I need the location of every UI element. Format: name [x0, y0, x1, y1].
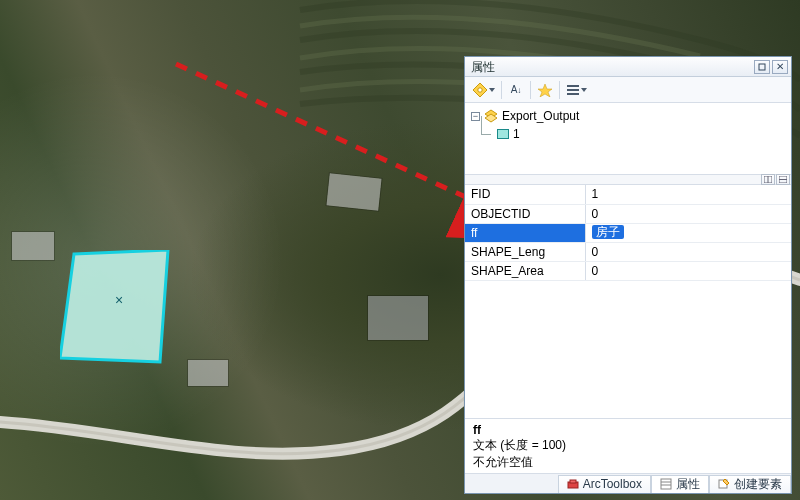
properties-panel: 属性 ✕ A↓: [464, 56, 792, 494]
dock-tab-label: ArcToolbox: [583, 477, 642, 491]
field-name: SHAPE_Leng: [465, 242, 585, 261]
building: [12, 232, 54, 260]
dropdown-caret-icon: [489, 88, 495, 92]
panel-titlebar[interactable]: 属性 ✕: [465, 57, 791, 77]
dock-tab-label: 创建要素: [734, 476, 782, 493]
field-value-editing[interactable]: 房子: [585, 223, 791, 242]
field-value[interactable]: 0: [585, 242, 791, 261]
table-row[interactable]: SHAPE_Area 0: [465, 261, 791, 280]
field-value[interactable]: 0: [585, 204, 791, 223]
table-row[interactable]: OBJECTID 0: [465, 204, 791, 223]
panel-title: 属性: [471, 57, 752, 77]
categorize-button[interactable]: [469, 80, 498, 100]
dropdown-caret-icon: [581, 88, 587, 92]
panel-pin-button[interactable]: [754, 60, 770, 74]
svg-point-5: [478, 87, 482, 91]
building: [326, 173, 381, 210]
sort-az-button[interactable]: A↓: [505, 80, 527, 100]
grid-mode-a-button[interactable]: [761, 174, 775, 185]
tree-child-row[interactable]: 1: [471, 125, 785, 143]
flash-feature-button[interactable]: [534, 80, 556, 100]
info-field-nullability: 不允许空值: [473, 454, 783, 471]
dock-tab-create-features[interactable]: 创建要素: [709, 475, 791, 493]
svg-rect-17: [661, 479, 671, 489]
create-features-icon: [718, 478, 730, 490]
info-field-name: ff: [473, 423, 783, 437]
grid-header-strip: [465, 175, 791, 185]
properties-icon: [660, 478, 672, 490]
selection-centroid-mark: ×: [115, 292, 123, 308]
field-value[interactable]: 0: [585, 261, 791, 280]
dock-tab-properties[interactable]: 属性: [651, 475, 709, 493]
tree-expander-icon[interactable]: −: [471, 112, 480, 121]
map-canvas[interactable]: × 属性 ✕ A↓: [0, 0, 800, 500]
panel-toolbar: A↓: [465, 77, 791, 103]
dock-tabstrip: ArcToolbox 属性 创建要素: [465, 473, 791, 493]
svg-rect-7: [567, 89, 579, 91]
field-grid: FID 1 OBJECTID 0 ff 房子 SHAPE_Leng: [465, 175, 791, 418]
grid-mode-b-button[interactable]: [776, 174, 790, 185]
table-row-selected[interactable]: ff 房子: [465, 223, 791, 242]
field-name: ff: [465, 223, 585, 242]
svg-rect-3: [759, 64, 765, 70]
toolbar-separator: [530, 81, 531, 99]
toolbar-separator: [501, 81, 502, 99]
field-name: SHAPE_Area: [465, 261, 585, 280]
building: [188, 360, 228, 386]
field-name: FID: [465, 185, 585, 204]
field-name: OBJECTID: [465, 204, 585, 223]
layer-tree[interactable]: − Export_Output 1: [465, 103, 791, 175]
svg-rect-8: [567, 93, 579, 95]
svg-marker-0: [60, 250, 168, 362]
table-row[interactable]: SHAPE_Leng 0: [465, 242, 791, 261]
feature-icon: [497, 129, 509, 139]
dock-tab-label: 属性: [676, 476, 700, 493]
svg-rect-6: [567, 85, 579, 87]
table-row[interactable]: FID 1: [465, 185, 791, 204]
layer-icon: [484, 109, 498, 123]
tree-root-label: Export_Output: [502, 109, 579, 123]
field-info: ff 文本 (长度 = 100) 不允许空值: [465, 418, 791, 473]
dock-tab-arctoolbox[interactable]: ArcToolbox: [558, 475, 651, 493]
tree-root-row[interactable]: − Export_Output: [471, 107, 785, 125]
selected-feature-polygon: [60, 250, 170, 366]
building: [368, 296, 428, 340]
svg-rect-16: [570, 480, 576, 483]
options-button[interactable]: [563, 80, 590, 100]
toolbar-separator: [559, 81, 560, 99]
panel-close-button[interactable]: ✕: [772, 60, 788, 74]
fields-table[interactable]: FID 1 OBJECTID 0 ff 房子 SHAPE_Leng: [465, 185, 791, 281]
info-field-type: 文本 (长度 = 100): [473, 437, 783, 454]
tree-child-label: 1: [513, 127, 520, 141]
toolbox-icon: [567, 478, 579, 490]
field-value[interactable]: 1: [585, 185, 791, 204]
